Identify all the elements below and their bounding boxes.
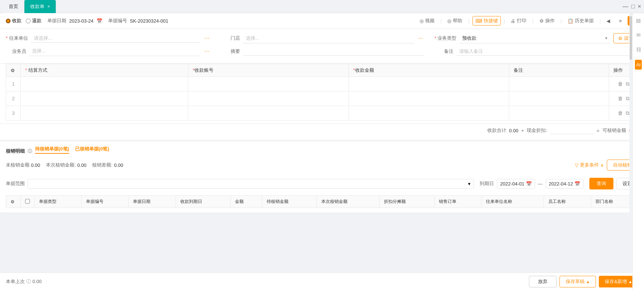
sidebar-ai-icon[interactable]: Ai [635, 60, 642, 70]
salesperson-more-icon[interactable]: ··· [203, 48, 211, 55]
table-row: 2 🗑 ⧉ [6, 91, 638, 106]
unwritten-value: 0.00 [31, 162, 40, 168]
sep1: | [440, 18, 441, 24]
salesperson-label: 业务员 [6, 48, 26, 55]
remark-input[interactable] [456, 47, 638, 56]
remark-cell[interactable] [509, 91, 609, 106]
bth-counterpart: 往来单位名称 [481, 196, 544, 208]
radio-receipt[interactable]: 收款 [6, 17, 21, 24]
counterpart-label: 往来单位 [6, 35, 28, 42]
range-field: 单据范围 ▾ [6, 179, 474, 189]
due-date-start[interactable]: 2022-04-01 📅 [497, 179, 535, 189]
history-icon: 📋 [568, 18, 573, 24]
video-btn[interactable]: ◎ 视频 [417, 16, 437, 26]
carry-forward-info-icon[interactable]: ⓘ [26, 278, 31, 285]
abandon-btn[interactable]: 放弃 [529, 276, 557, 287]
operation-btn[interactable]: ⚙ 操作 [537, 16, 558, 26]
sidebar-link-icon[interactable]: ⛓ [635, 45, 643, 54]
select-all-checkbox[interactable] [25, 199, 30, 204]
tab-receipt-label: 收款单 [30, 3, 44, 10]
bth-gear[interactable]: ⚙ [6, 196, 21, 208]
copy-icon[interactable]: ⧉ [626, 81, 629, 87]
close-btn[interactable]: × [638, 3, 641, 10]
th-gear[interactable]: ⚙ [6, 64, 21, 77]
bottom-table: ⚙ 单据类型 单据编号 单据日期 收款到期日 金额 待核销金额 本次核销金额 折… [6, 195, 638, 208]
history-btn[interactable]: 📋 历史单据 [565, 16, 597, 26]
counterpart-more-icon[interactable]: ··· [203, 35, 211, 42]
settlement-cell[interactable] [21, 77, 188, 91]
th-account: *收款账号 [188, 64, 349, 77]
bth-current: 本次核销金额 [317, 196, 380, 208]
biz-type-field: 业务类型 预收款 ▾ ⚙ 设置 [433, 33, 638, 43]
th-amount: *收款金额 [349, 64, 509, 77]
copy-icon[interactable]: ⧉ [626, 110, 629, 116]
carry-forward-label: 本单上次 [6, 278, 25, 285]
amount-cell[interactable] [349, 91, 509, 106]
radio-refund[interactable]: 退款 [26, 17, 42, 24]
save-draft-btn[interactable]: 保存草稿 ▲ [559, 276, 596, 287]
settlement-cell[interactable] [21, 106, 188, 121]
operation-icon: ⚙ [539, 18, 544, 24]
amount-cell[interactable] [349, 106, 509, 121]
unwritten-stat: 未核销金额 0.00 [6, 162, 40, 168]
bth-checkbox[interactable] [21, 196, 35, 208]
sidebar-mail-icon[interactable]: ✉ [635, 31, 642, 39]
writeoff-info-icon[interactable]: ⓘ [28, 148, 32, 154]
remark-cell[interactable] [509, 106, 609, 121]
receipt-table: ⚙ 结算方式 *收款账号 *收款金额 备注 操作 1 🗑 ⧉ [6, 64, 638, 121]
account-cell[interactable] [188, 106, 349, 121]
store-more-icon[interactable]: ··· [417, 35, 424, 42]
sidebar-table-icon[interactable]: ▤ [635, 16, 642, 25]
sep4: | [532, 18, 533, 24]
tab-pending[interactable]: 待核销单据(0笔) [35, 146, 69, 154]
account-cell[interactable] [188, 91, 349, 106]
shortcut-icon: ⌨ [475, 18, 482, 24]
maximize-btn[interactable]: □ [631, 3, 635, 10]
more-conditions-btn[interactable]: ▽ 更多条件 ∧ [575, 162, 604, 168]
query-btn[interactable]: 查询 [589, 178, 613, 189]
toolbar-actions: ◎ 视频 | ◎ 帮助 | ⌨ 快捷键 | 🖨 打印 | ⚙ 操作 [417, 16, 638, 26]
range-select[interactable]: ▾ [28, 179, 474, 189]
tab-receipt-close[interactable]: × [47, 4, 50, 9]
prev-btn[interactable]: ◀ [604, 17, 613, 25]
filter-icon: ▽ [575, 162, 578, 168]
tab-home[interactable]: 首页 [3, 0, 24, 13]
delete-icon[interactable]: 🗑 [618, 81, 623, 87]
th-remark: 备注 [509, 64, 609, 77]
remark-cell[interactable] [509, 77, 609, 91]
list-btn[interactable]: ≡ [616, 17, 625, 25]
discount-input[interactable] [550, 127, 594, 134]
salesperson-select[interactable]: 选择... [29, 46, 200, 56]
sep3: | [504, 18, 505, 24]
store-select[interactable]: 选择... [243, 34, 414, 43]
diff-label: 核销差额: [92, 162, 113, 168]
settlement-cell[interactable] [21, 91, 188, 106]
counterpart-input[interactable] [31, 34, 200, 43]
account-cell[interactable] [188, 77, 349, 91]
tab-done[interactable]: 已核销单据(0笔) [75, 146, 109, 154]
scrollbar-thumb[interactable] [630, 16, 632, 60]
tab-receipt[interactable]: 收款单 × [24, 0, 56, 13]
minimize-btn[interactable]: — [623, 3, 628, 10]
counterpart-field: 往来单位 ··· [6, 34, 211, 43]
delete-icon[interactable]: 🗑 [618, 95, 623, 102]
bth-due-date: 收款到期日 [176, 196, 230, 208]
shortcut-btn[interactable]: ⌨ 快捷键 [472, 16, 501, 26]
scrollbar-area[interactable] [629, 13, 632, 273]
footer-info: 本单上次 ⓘ 0.00 [6, 278, 42, 285]
plus-sign: + [521, 128, 524, 133]
store-field: 门店 选择... ··· [220, 34, 425, 43]
draft-arrow-icon: ▲ [586, 279, 590, 284]
copy-icon[interactable]: ⧉ [626, 95, 629, 102]
range-arrow: ▾ [468, 181, 471, 187]
delete-icon[interactable]: 🗑 [618, 110, 623, 116]
summary-input[interactable] [243, 47, 425, 56]
biz-type-select[interactable]: 预收款 ▾ [459, 34, 610, 43]
amount-cell[interactable] [349, 77, 509, 91]
bth-amount: 金额 [231, 196, 262, 208]
video-icon: ◎ [420, 18, 424, 24]
help-btn[interactable]: ◎ 帮助 [444, 16, 465, 26]
due-date-end[interactable]: 2022-04-12 📅 [546, 179, 584, 189]
print-btn[interactable]: 🖨 打印 [508, 16, 529, 26]
calendar-icon[interactable]: 📅 [97, 18, 102, 24]
